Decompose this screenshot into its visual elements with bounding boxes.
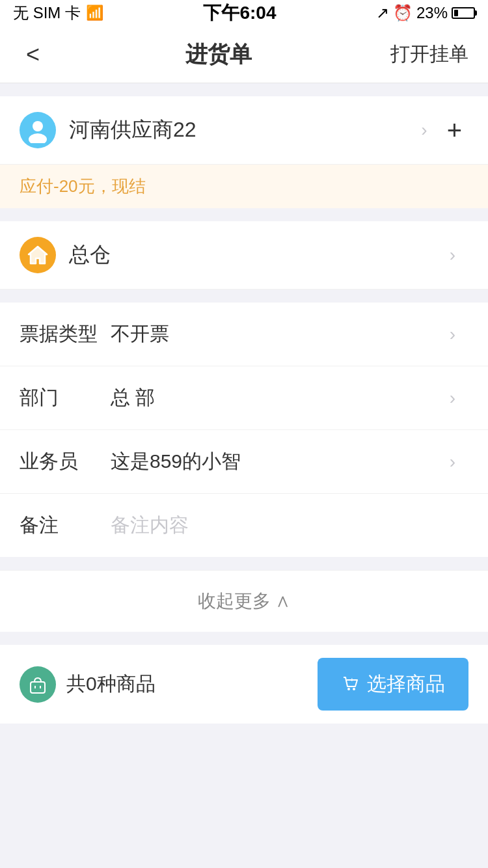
wifi-icon: 📶: [86, 5, 103, 21]
add-supplier-button[interactable]: +: [441, 116, 468, 145]
location-icon: ↗: [376, 4, 389, 22]
svg-marker-3: [29, 247, 47, 264]
svg-point-8: [353, 688, 355, 690]
goods-bag-icon: [27, 673, 49, 696]
dept-label: 部门: [20, 385, 111, 411]
nav-bar: < 进货单 打开挂单: [0, 26, 488, 83]
warehouse-icon: [27, 244, 49, 266]
dept-chevron-icon: ›: [450, 388, 455, 409]
supplier-row[interactable]: 河南供应商22 › +: [0, 96, 488, 165]
status-time: 下午6:04: [203, 1, 276, 25]
invoice-value: 不开票: [111, 321, 450, 347]
salesman-value: 这是859的小智: [111, 448, 450, 475]
remark-input[interactable]: 备注内容: [111, 512, 468, 539]
warehouse-chevron-icon: ›: [450, 245, 455, 265]
cart-icon: +: [341, 675, 360, 694]
supplier-chevron-icon: ›: [421, 120, 427, 141]
sim-label: 无 SIM 卡: [13, 3, 81, 23]
svg-point-7: [347, 688, 350, 690]
supplier-notice: 应付-20元，现结: [0, 165, 488, 208]
collapse-row[interactable]: 收起更多 ∧: [0, 570, 488, 632]
supplier-section: 河南供应商22 › + 应付-20元，现结: [0, 96, 488, 208]
salesman-chevron-icon: ›: [450, 452, 455, 472]
warehouse-row[interactable]: 总仓 ›: [0, 221, 488, 290]
warehouse-name: 总仓: [69, 241, 450, 269]
remark-row[interactable]: 备注 备注内容: [0, 494, 488, 557]
svg-point-0: [33, 121, 43, 131]
select-goods-label: 选择商品: [367, 671, 445, 698]
svg-point-1: [29, 133, 47, 143]
remark-label: 备注: [20, 512, 111, 539]
invoice-label: 票据类型: [20, 321, 111, 347]
goods-icon-wrap: [20, 666, 56, 703]
supplier-name: 河南供应商22: [69, 116, 421, 144]
alarm-icon: ⏰: [393, 4, 413, 22]
open-pending-button[interactable]: 打开挂单: [390, 41, 468, 68]
goods-count-wrap: 共0种商品: [20, 666, 156, 703]
content-rest: [0, 724, 488, 868]
page-title: 进货单: [185, 40, 252, 70]
section-gap-1: [0, 83, 488, 96]
supplier-avatar: [20, 112, 56, 148]
goods-count-text: 共0种商品: [66, 671, 156, 698]
svg-rect-4: [31, 682, 45, 693]
warehouse-icon-wrap: [20, 237, 56, 273]
invoice-row[interactable]: 票据类型 不开票 ›: [0, 303, 488, 366]
invoice-chevron-icon: ›: [450, 324, 455, 345]
form-section: 票据类型 不开票 › 部门 总 部 › 业务员 这是859的小智 › 备注 备注…: [0, 303, 488, 557]
salesman-label: 业务员: [20, 448, 111, 475]
dept-row[interactable]: 部门 总 部 ›: [0, 366, 488, 430]
salesman-row[interactable]: 业务员 这是859的小智 ›: [0, 430, 488, 494]
status-right: ↗ ⏰ 23%: [376, 4, 475, 22]
select-goods-button[interactable]: + 选择商品: [318, 658, 468, 711]
collapse-label: 收起更多 ∧: [198, 589, 291, 614]
battery-percent: 23%: [416, 4, 448, 22]
svg-text:+: +: [350, 677, 353, 683]
avatar-icon: [25, 117, 51, 143]
bottom-bar: 共0种商品 + 选择商品: [0, 645, 488, 724]
status-bar: 无 SIM 卡 📶 下午6:04 ↗ ⏰ 23%: [0, 0, 488, 26]
status-left: 无 SIM 卡 📶: [13, 3, 103, 23]
back-button[interactable]: <: [20, 34, 46, 75]
dept-value: 总 部: [111, 385, 450, 411]
battery-icon: [452, 7, 475, 19]
